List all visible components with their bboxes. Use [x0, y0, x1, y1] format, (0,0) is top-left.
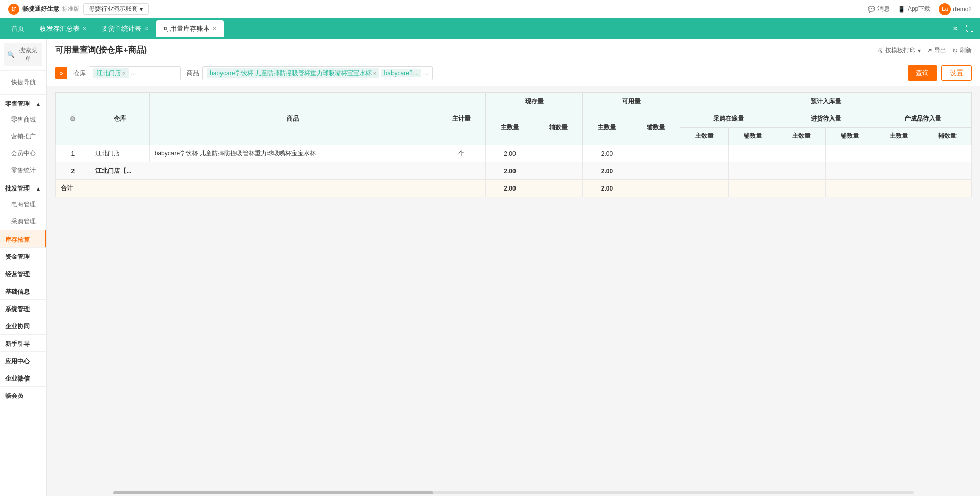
page-header: 可用量查询(按仓库+商品) 🖨 按模板打印 ▾ ↗ 导出 ↻ 刷新: [47, 39, 980, 60]
avatar: Ea: [939, 3, 951, 15]
sidebar-item-ecommerce[interactable]: 电商管理: [0, 196, 46, 213]
product-input[interactable]: babycare学饮杯 儿童防摔防撞吸管杯重力球吸嘴杯宝宝水杯 × babyca…: [202, 66, 433, 80]
col-purch-pending-sub-header: 辅数量: [826, 128, 874, 145]
footer-prod-pending-main: [874, 180, 923, 197]
sidebar-item-purchase[interactable]: 采购管理: [0, 213, 46, 230]
sidebar-item-marketing[interactable]: 营销推广: [0, 128, 46, 145]
warehouse-tag-value: 江北门店: [96, 69, 121, 78]
product-label: 商品: [187, 69, 199, 78]
expand-icon: »: [60, 69, 63, 77]
warehouse-more-icon[interactable]: ···: [131, 69, 136, 77]
print-button[interactable]: 🖨 按模板打印 ▾: [877, 46, 921, 55]
user-area[interactable]: Ea demo2: [939, 3, 972, 15]
subtotal-label: 江北门店【...: [90, 162, 485, 180]
subtotal-purch-transit-main: [680, 162, 728, 180]
export-button[interactable]: ↗ 导出: [927, 46, 946, 55]
sidebar-item-app-center[interactable]: 应用中心: [0, 352, 46, 369]
sidebar-search-area: 🔍 搜索菜单: [0, 39, 46, 71]
industry-label: 母婴行业演示账套: [89, 5, 138, 13]
sidebar-group-retail-label: 零售管理: [5, 100, 30, 108]
tab-order-stats-close[interactable]: ×: [144, 25, 148, 32]
tab-home[interactable]: 首页: [4, 20, 32, 37]
search-icon: 🔍: [7, 51, 15, 58]
fullscreen-button[interactable]: ⛶: [964, 22, 976, 35]
sidebar-item-operations[interactable]: 经营管理: [0, 265, 46, 282]
refresh-button[interactable]: ↻ 刷新: [952, 46, 972, 55]
search-menu-button[interactable]: 🔍 搜索菜单: [4, 43, 42, 66]
app-download-label: App下载: [908, 5, 930, 13]
row-purch-pending-sub-1: [826, 145, 874, 162]
tab-order-stats[interactable]: 要货单统计表 ×: [94, 20, 155, 37]
sidebar-group-retail: 零售管理 ▲ 零售商城 营销推广 会员中心 零售统计: [0, 95, 46, 179]
horizontal-scrollbar[interactable]: [47, 490, 980, 496]
product-tag-1: babycare学饮杯 儿童防摔防撞吸管杯重力球吸嘴杯宝宝水杯 ×: [207, 68, 379, 78]
main-layout: 🔍 搜索菜单 快捷导航 零售管理 ▲ 零售商城 营销推广 会员中心 零售统计 批…: [0, 39, 980, 496]
sidebar-group-retail-header[interactable]: 零售管理 ▲: [0, 95, 46, 111]
search-button[interactable]: 查询: [908, 65, 937, 81]
tab-receivable-close[interactable]: ×: [83, 25, 86, 32]
product-tag-2: babycare?...: [381, 69, 421, 77]
col-settings-header[interactable]: ⚙: [56, 93, 90, 145]
table-settings-icon[interactable]: ⚙: [68, 114, 78, 124]
content-area: 可用量查询(按仓库+商品) 🖨 按模板打印 ▾ ↗ 导出 ↻ 刷新: [47, 39, 980, 496]
retail-expand-icon: ▲: [35, 101, 41, 108]
row-purch-transit-sub-1: [728, 145, 777, 162]
row-product-1: babycare学饮杯 儿童防摔防撞吸管杯重力球吸嘴杯宝宝水杯: [149, 145, 437, 162]
footer-purch-pending-sub: [826, 180, 874, 197]
settings-button[interactable]: 设置: [941, 65, 972, 81]
message-button[interactable]: 💬 消息: [868, 5, 890, 13]
scroll-thumb[interactable]: [113, 491, 433, 494]
table-header-row-1: ⚙ 仓库 商品 主计量 现存量 可用量 预计入库量: [56, 93, 972, 110]
sidebar-group-wholesale-header[interactable]: 批发管理 ▲: [0, 179, 46, 196]
refresh-label: 刷新: [960, 46, 972, 55]
sidebar-item-inventory[interactable]: 库存核算: [0, 230, 46, 247]
sidebar-item-finance[interactable]: 资金管理: [0, 248, 46, 265]
sidebar-item-enterprise[interactable]: 企业协同: [0, 317, 46, 334]
sidebar-item-system[interactable]: 系统管理: [0, 300, 46, 317]
footer-label: 合计: [56, 180, 486, 197]
sidebar-item-member[interactable]: 会员中心: [0, 145, 46, 162]
product-more-icon[interactable]: ···: [423, 69, 429, 77]
data-table: ⚙ 仓库 商品 主计量 现存量 可用量 预计入库量 主数量 辅数量 主数量 辅数…: [55, 92, 972, 197]
row-purch-pending-main-1: [777, 145, 826, 162]
sidebar-item-basic-info[interactable]: 基础信息: [0, 282, 46, 299]
sidebar-item-new-guide[interactable]: 新手引导: [0, 335, 46, 351]
tab-order-stats-label: 要货单统计表: [102, 24, 141, 33]
warehouse-input[interactable]: 江北门店 × ···: [89, 66, 181, 80]
filter-actions: 查询 设置: [908, 65, 972, 81]
sidebar-item-retail-shop[interactable]: 零售商城: [0, 111, 46, 128]
footer-stock-main: 2.00: [485, 180, 534, 197]
sidebar-item-enterprise-wechat[interactable]: 企业微信: [0, 369, 46, 386]
warehouse-tag-close[interactable]: ×: [122, 70, 126, 76]
subtotal-purch-pending-main: [777, 162, 826, 180]
subtotal-stock-sub: [534, 162, 583, 180]
sidebar-item-member-plus[interactable]: 畅会员: [0, 387, 46, 404]
close-all-tabs-button[interactable]: ×: [951, 22, 960, 35]
tab-receivable-label: 收发存汇总表: [40, 24, 80, 33]
col-purchase-pending-header: 进货待入量: [777, 110, 874, 128]
industry-selector[interactable]: 母婴行业演示账套 ▾: [83, 3, 149, 15]
top-bar: 好 畅捷通好生意 标准版 母婴行业演示账套 ▾ 💬 消息 📱 App下载 Ea …: [0, 0, 980, 18]
col-purchase-in-transit-header: 采购在途量: [680, 110, 777, 128]
col-warehouse-header: 仓库: [90, 93, 149, 145]
row-avail-sub-1: [631, 145, 680, 162]
user-name: demo2: [953, 6, 972, 13]
sidebar-group-inventory-label: 库存核算: [5, 235, 30, 244]
tab-receivable[interactable]: 收发存汇总表 ×: [33, 20, 93, 37]
subtotal-prod-pending-main: [874, 162, 923, 180]
sidebar-group-new-guide: 新手引导: [0, 335, 46, 352]
sidebar-group-enterprise-label: 企业协同: [5, 322, 30, 331]
subtotal-purch-pending-sub: [826, 162, 874, 180]
product-tag-1-close[interactable]: ×: [373, 70, 376, 76]
page-actions: 🖨 按模板打印 ▾ ↗ 导出 ↻ 刷新: [877, 46, 972, 55]
filter-expand-button[interactable]: »: [55, 67, 67, 79]
app-download-button[interactable]: 📱 App下载: [898, 5, 930, 13]
refresh-icon: ↻: [952, 47, 958, 54]
tab-available-stock-close[interactable]: ×: [213, 25, 216, 32]
product-tag-1-value: babycare学饮杯 儿童防摔防撞吸管杯重力球吸嘴杯宝宝水杯: [210, 69, 372, 78]
sidebar-item-quick-nav[interactable]: 快捷导航: [0, 74, 46, 91]
tab-available-stock-label: 可用量库存账本: [163, 24, 210, 33]
subtotal-prod-pending-sub: [923, 162, 971, 180]
sidebar-item-retail-stats[interactable]: 零售统计: [0, 162, 46, 179]
tab-available-stock[interactable]: 可用量库存账本 ×: [156, 20, 224, 37]
